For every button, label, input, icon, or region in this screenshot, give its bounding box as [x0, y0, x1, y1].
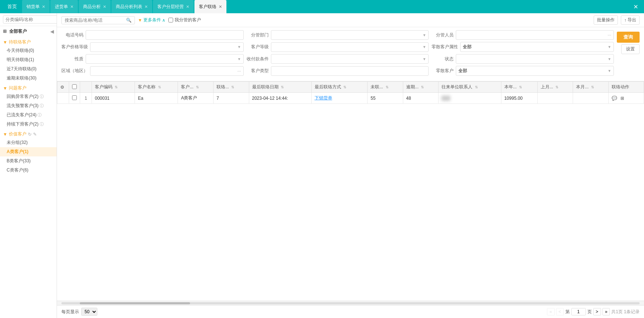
my-customers-checkbox[interactable] [168, 18, 173, 22]
close-purchase-order-icon[interactable]: ✕ [70, 4, 74, 9]
filter-payment-select[interactable]: ▼ [271, 54, 429, 64]
row-checkbox[interactable] [72, 95, 77, 100]
advanced-filter: 电话号码 分管部门 ▼ 分管人员 [57, 27, 644, 81]
sidebar-search-input[interactable] [3, 15, 57, 24]
filter-dept-select[interactable]: ▼ [271, 30, 429, 40]
first-page-button[interactable]: « [547, 308, 555, 315]
sort-icon-last-month[interactable]: ⇅ [555, 85, 558, 89]
overdue-column-header[interactable]: 逾期... ⇅ [403, 82, 439, 93]
sidebar-group-value[interactable]: ▼ 价值客户 ↻ ✎ [0, 129, 57, 138]
sidebar-item-today[interactable]: 今天待联络(0) [0, 46, 57, 55]
setting-button[interactable]: 设置 [621, 44, 640, 54]
home-tab[interactable]: 首页 [3, 0, 21, 13]
last-method-link[interactable]: 下销货单 [315, 95, 332, 100]
sort-icon-type[interactable]: ⇅ [196, 85, 199, 89]
last-month-column-header[interactable]: 上月... ⇅ [537, 82, 573, 93]
sidebar-all-customers[interactable]: ⊞ 全部客户 ◀ [0, 26, 57, 37]
sidebar-item-aclass[interactable]: A类客户(1) [0, 147, 57, 156]
sidebar-item-lost[interactable]: 已流失客户(24) ⓘ [0, 110, 57, 120]
sort-icon-this-month[interactable]: ⇅ [591, 85, 594, 89]
horizontal-scrollbar[interactable] [57, 301, 644, 305]
sort-icon-this-year[interactable]: ⇅ [519, 85, 522, 89]
settings-column-header[interactable]: ⚙ [57, 82, 69, 93]
sidebar-item-decline[interactable]: 持续下滑客户(2) ⓘ [0, 120, 57, 129]
filter-manager-select[interactable]: ··· [456, 30, 614, 40]
chat-icon[interactable]: 💬 [612, 96, 617, 101]
sort-icon-overdue[interactable]: ⇅ [421, 85, 424, 89]
last-method-column-header[interactable]: 最后联络方式 ⇅ [311, 82, 368, 93]
this-year-column-header[interactable]: 本年... ⇅ [501, 82, 537, 93]
close-customer-contact-icon[interactable]: ✕ [219, 4, 222, 9]
refresh-icon[interactable]: ↻ [28, 132, 32, 137]
sidebar-item-ungroup[interactable]: 未分组(32) [0, 138, 57, 147]
filter-phone-input[interactable] [86, 30, 244, 40]
filter-customer-grade-select[interactable]: ▼ [271, 42, 429, 52]
sidebar-item-bclass[interactable]: B类客户(33) [0, 156, 57, 166]
sidebar-item-cclass[interactable]: C类客户(6) [0, 166, 57, 175]
scroll-track[interactable] [61, 302, 640, 304]
sort-icon-no-contact[interactable]: ⇅ [386, 85, 389, 89]
filter-search-icon[interactable]: 🔍 [126, 18, 132, 23]
tab-sales-order[interactable]: 销货单 ✕ [22, 0, 50, 13]
tab-purchase-order[interactable]: 进货单 ✕ [50, 0, 78, 13]
unit-contact-column-header[interactable]: 往来单位联系人 ⇅ [439, 82, 501, 93]
code-column-header[interactable]: 客户编码 ⇅ [92, 82, 135, 93]
qrcode-icon[interactable]: ⊞ [620, 96, 624, 101]
row-action-icons: 💬 ⊞ [608, 93, 644, 104]
tab-customer-segment[interactable]: 客户分层经营 ✕ [153, 0, 194, 13]
filter-nature-select[interactable]: ▼ [86, 54, 244, 64]
row-settings [57, 93, 69, 104]
query-button[interactable]: 查询 [617, 32, 640, 43]
batch-operation-button[interactable]: 批量操作 [594, 15, 618, 25]
tab-customer-contact[interactable]: 客户联络 ✕ [194, 0, 226, 13]
tab-product-analysis-list[interactable]: 商品分析列表 ✕ [111, 0, 152, 13]
sidebar-item-churn[interactable]: 流失预警客户(3) ⓘ [0, 101, 57, 110]
action-column-label: 联络动作 [612, 84, 629, 89]
close-customer-segment-icon[interactable]: ✕ [186, 4, 189, 9]
select-all-checkbox[interactable] [72, 84, 77, 89]
filter-customer-type-input[interactable] [271, 66, 429, 76]
close-sales-order-icon[interactable]: ✕ [42, 4, 45, 9]
sidebar-item-overdue[interactable]: 逾期未联络(30) [0, 74, 57, 83]
contact-column-label: 联络... [217, 84, 229, 89]
sort-icon-name[interactable]: ⇅ [158, 85, 161, 89]
next-page-button[interactable]: > [593, 308, 601, 315]
sidebar-collapse-icon[interactable]: ◀ [50, 29, 54, 34]
sidebar-item-tomorrow[interactable]: 明天待联络(1) [0, 55, 57, 64]
my-customers-checkbox-container[interactable]: 我分管的客户 [168, 17, 201, 23]
close-all-tabs-icon[interactable]: ✕ [630, 2, 641, 12]
contact-column-header[interactable]: 联络... ⇅ [213, 82, 249, 93]
close-product-analysis-icon[interactable]: ✕ [103, 4, 106, 9]
type-column-header[interactable]: 客户... ⇅ [178, 82, 214, 93]
sidebar-item-week[interactable]: 近7天待联络(0) [0, 64, 57, 74]
close-product-analysis-list-icon[interactable]: ✕ [144, 4, 148, 9]
export-button[interactable]: ↑ 导出 [621, 15, 640, 25]
page-size-select[interactable]: 50 [81, 308, 97, 316]
last-page-button[interactable]: » [602, 308, 610, 315]
filter-status-select[interactable]: ▼ [456, 54, 614, 64]
filter-price-grade-select[interactable]: ▼ [90, 42, 244, 52]
last-date-column-header[interactable]: 最后联络日期 ⇅ [249, 82, 311, 93]
filter-retail-customer-select[interactable]: 全部 ▼ [456, 66, 614, 76]
sort-icon-unit-contact[interactable]: ⇅ [475, 85, 478, 89]
scroll-thumb[interactable] [80, 302, 190, 304]
tab-product-analysis[interactable]: 商品分析 ✕ [79, 0, 111, 13]
row-no-contact: 55 [368, 93, 403, 104]
prev-page-button[interactable]: < [556, 308, 564, 315]
sidebar-group-pending[interactable]: ▼ 待联络客户 [0, 37, 57, 46]
filter-more-conditions[interactable]: ▼ 更多条件 ∧ [138, 17, 165, 23]
name-column-header[interactable]: 客户名称 ⇅ [135, 82, 178, 93]
page-number-input[interactable] [571, 308, 586, 315]
sidebar-group-problem[interactable]: ▼ 问题客户 [0, 83, 57, 92]
filter-region-select[interactable]: ··· [90, 66, 244, 76]
filter-search-input[interactable] [65, 18, 126, 23]
sort-icon-last-method[interactable]: ⇅ [343, 85, 346, 89]
sidebar-item-repurchase[interactable]: 回购异常客户(2) ⓘ [0, 92, 57, 101]
sort-icon-code[interactable]: ⇅ [115, 85, 118, 89]
this-month-column-header[interactable]: 本月... ⇅ [573, 82, 609, 93]
no-contact-column-header[interactable]: 未联... ⇅ [368, 82, 403, 93]
filter-retail-attr-select[interactable]: 全部 ▼ [460, 42, 614, 52]
sort-icon-contact[interactable]: ⇅ [231, 85, 234, 89]
edit-icon[interactable]: ✎ [33, 132, 37, 137]
sort-icon-last-date[interactable]: ⇅ [281, 85, 284, 89]
